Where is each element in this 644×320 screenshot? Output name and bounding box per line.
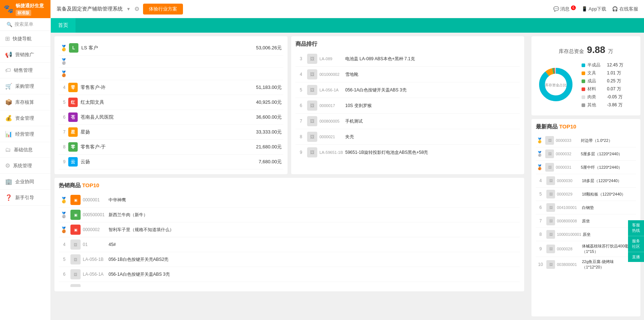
product-name: 2.0X30MM双搓花轴,搓花直径2.1MM/ROHS <box>109 286 518 287</box>
sidebar-item-basic[interactable]: 🗂基础信息 <box>0 142 50 158</box>
experience-btn[interactable]: 体验行业方案 <box>143 4 183 15</box>
sidebar-item-purchase[interactable]: 🛒采购管理 <box>0 78 50 94</box>
legend-label: 肉类 <box>587 94 605 100</box>
rank-number: 7 <box>297 119 305 124</box>
new-product-row: 7🖼000800008原坐 <box>536 214 636 228</box>
product-thumb: 🖼 <box>70 284 81 287</box>
content-area: 🥇LLS 客户53,006.26元🥈🥉4零零售客户-许51,183.00元5红红… <box>51 33 644 320</box>
sidebar-item-company[interactable]: 🏢企业协同 <box>0 174 50 190</box>
thumb-icon: 🖼 <box>310 150 314 155</box>
legend-label: 成品 <box>587 78 605 84</box>
customer-name: 红太阳文具 <box>81 99 256 106</box>
basic-label: 基础信息 <box>14 147 33 153</box>
np-thumb: 🖼 <box>546 230 555 239</box>
new-products-title: 最新商品 TOP10 <box>536 123 636 130</box>
product-id: 0000021 <box>319 135 343 139</box>
product-thumb: 🖼 <box>307 147 317 157</box>
product-id: LA-056-1A <box>83 272 106 277</box>
service-community-button[interactable]: 服务 社区 <box>628 236 644 252</box>
content-right: 库存总资金 9.88 万 <box>528 33 644 320</box>
np-id: 0000033 <box>556 138 579 143</box>
product-rank-card: 商品排行3🖼LA-089电池盖 LA-089 ABS本色+黑种 7.1克4🖼00… <box>291 36 524 174</box>
sidebar-item-system[interactable]: ⚙系统管理 <box>0 158 50 174</box>
product-thumb: 🖼 <box>307 132 317 142</box>
thumb-placeholder: 🖼 <box>548 152 551 156</box>
product-name: 中华神鹰 <box>109 197 518 203</box>
new-products-card: 最新商品 TOP10 🥇🖼0000033封边带（1.0*22）🥈🖼0000032… <box>531 119 640 316</box>
product-thumb: 🖼 <box>307 116 317 126</box>
purchase-label: 采购管理 <box>15 83 34 90</box>
rank-number: 9 <box>60 159 68 164</box>
guide-label: 新手引导 <box>15 194 34 201</box>
sidebar-item-finance[interactable]: 💰资金管理 <box>0 110 50 126</box>
sidebar-item-marketing[interactable]: 📢营销推广 <box>0 47 50 63</box>
product-thumb: 🖼 <box>307 85 317 95</box>
bronze-medal-icon: 🥉 <box>60 226 68 233</box>
legend-value: 0.07 万 <box>607 86 621 92</box>
topbar-right: 💬 消息 6 📱 App下载 🎧 在线客服 <box>553 6 638 12</box>
product-name: 电池盖 LA-089 ABS本色+黑种 7.1克 <box>345 56 518 62</box>
np-thumb: 🖼 <box>545 149 554 158</box>
logo-icon: 🐾 <box>4 4 13 14</box>
hot-product-row: 🥇▣0000001中华神鹰 <box>59 193 520 208</box>
product-id: LA-056-1B <box>83 257 106 262</box>
search-icon: 🔍 <box>7 22 12 27</box>
rank-number: 4 <box>60 85 68 90</box>
message-btn[interactable]: 💬 消息 6 <box>553 6 576 12</box>
product-name: 056-1A白色按键开关盖ABS 3壳 <box>109 271 518 278</box>
quick-nav-icon: ⊞ <box>5 35 10 42</box>
product-thumb: 🖼 <box>307 69 317 79</box>
np-thumb: 🖼 <box>546 190 555 198</box>
inventory-label: 库存核算 <box>15 99 34 106</box>
customer-rank-row: 🥈 <box>59 56 283 68</box>
rank-number: 5 <box>60 257 68 262</box>
sidebar-item-operations[interactable]: 📊经营管理 <box>0 126 50 142</box>
dropdown-icon[interactable]: ▼ <box>126 7 131 12</box>
settings-icon[interactable]: ⚙ <box>134 5 139 12</box>
customer-service-button[interactable]: 客服 热线 <box>628 220 644 236</box>
np-thumb: 🖼 <box>546 217 555 225</box>
legend-label: 材料 <box>587 86 605 92</box>
customer-rank-row: 🥉 <box>59 68 283 80</box>
np-id: 0000032 <box>556 152 579 156</box>
hot-product-row: 🥈▣000500001新西兰牛肉（新牛） <box>59 208 520 222</box>
np-name: 18多层（1220*2440） <box>582 178 635 184</box>
app-download-btn[interactable]: 📱 App下载 <box>582 6 606 12</box>
product-rank-row: 9🖼LA-59651-1B59651-1B旋转投影灯电池盒ABS黑色+58壳 <box>295 145 520 160</box>
thumb-icon: 🖼 <box>310 103 314 108</box>
legend-value: 1.01 万 <box>607 70 621 76</box>
search-menu[interactable]: 🔍 搜索菜单 <box>0 18 50 31</box>
sidebar-item-guide[interactable]: ❓新手引导 <box>0 190 50 206</box>
product-id: 000800005 <box>319 119 343 123</box>
product-rank-row: 8🖼0000021夹壳 <box>295 129 520 145</box>
rank-number: 5 <box>60 100 68 105</box>
np-id: 0000029 <box>557 192 580 196</box>
legend-item: 成品0.25 万 <box>582 78 623 84</box>
online-service-btn[interactable]: 🎧 在线客服 <box>612 6 638 12</box>
customer-rank-row: 8零零售客户-于21,680.00元 <box>59 140 283 155</box>
legend-dot <box>582 63 585 67</box>
quick-nav-label: 快捷导航 <box>13 36 32 42</box>
legend-dot <box>582 95 585 99</box>
marketing-icon: 📢 <box>5 51 12 58</box>
np-id: 0000028 <box>557 247 580 251</box>
product-name: 59651-1B旋转投影灯电池盒ABS黑色+58壳 <box>345 149 518 156</box>
np-thumb: 🖼 <box>546 245 555 253</box>
np-thumb: 🖼 <box>546 203 555 212</box>
operations-label: 经营管理 <box>15 131 34 138</box>
customer-badge: 星 <box>68 127 78 137</box>
sidebar-item-sales[interactable]: 🏷销售管理 <box>0 63 50 78</box>
inventory-unit: 万 <box>608 48 613 54</box>
np-name: 体械荔枝味苏打饮品400毫升（1*15） <box>582 243 635 254</box>
sidebar-item-quick-nav[interactable]: ⊞快捷导航 <box>0 31 50 47</box>
product-name: 智利车子里（规格不知道填什么） <box>109 227 518 233</box>
hot-product-row: 🥉▣0000002智利车子里（规格不知道填什么） <box>59 222 520 237</box>
hot-product-row: 7🖼NB2.0X30B2.0X30MM双搓花轴,搓花直径2.1MM/ROHS <box>59 282 520 287</box>
sales-label: 销售管理 <box>14 67 33 74</box>
hot-product-row: 5🖼LA-056-1B056-1B白色按键开关壳ABS2壳 <box>59 252 520 267</box>
silver-medal-icon: 🥈 <box>537 151 543 157</box>
rank-number: 3 <box>297 56 305 61</box>
tab-home[interactable]: 首页 <box>51 18 76 33</box>
direct-button[interactable]: 直播 <box>628 252 644 262</box>
sidebar-item-inventory[interactable]: 📦库存核算 <box>0 94 50 110</box>
